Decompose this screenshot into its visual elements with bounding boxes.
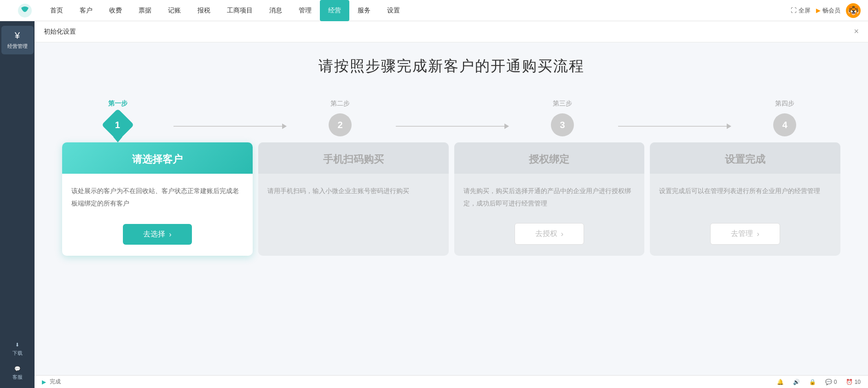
step2-label: 第二步	[330, 100, 350, 108]
download-icon: ⬇	[15, 342, 19, 348]
manage-btn-icon: ›	[757, 230, 759, 238]
card3-header: 授权绑定	[454, 142, 645, 174]
select-customer-button[interactable]: 去选择 ›	[123, 224, 191, 245]
card2-title: 手机扫码购买	[267, 153, 440, 166]
card3-desc: 请先购买，购买后选择开通的产品中的企业用户进行授权绑定，成功后即可进行经营管理	[463, 185, 636, 209]
card1-header: 请选择客户	[62, 142, 253, 174]
nav-item-经营[interactable]: 经营	[320, 0, 349, 21]
fullscreen-btn[interactable]: ⛶ 全屏	[791, 6, 810, 15]
connector-2	[396, 126, 507, 127]
card1-body: 该处展示的客户为不在回收站、客户状态正常建账后完成老板端绑定的所有客户 去选择 …	[62, 174, 253, 256]
step2-number: 2	[337, 120, 342, 130]
card-1: 请选择客户 该处展示的客户为不在回收站、客户状态正常建账后完成老板端绑定的所有客…	[62, 142, 253, 256]
avatar[interactable]: 🐯	[846, 3, 861, 18]
sidebar-item-management[interactable]: ¥ 经营管理	[1, 26, 34, 54]
sidebar: ¥ 经营管理 ⬇ 下载 💬 客服	[0, 21, 35, 388]
card1-desc: 该处展示的客户为不在回收站、客户状态正常建账后完成老板端绑定的所有客户	[71, 185, 243, 210]
step4-circle: 4	[773, 113, 796, 136]
page-header: 初始化设置 ×	[35, 21, 868, 42]
step2-circle: 2	[329, 113, 352, 136]
time-display: ⏰ 10	[846, 379, 861, 385]
card4-desc: 设置完成后可以在管理列表进行所有企业用户的经营管理	[659, 185, 831, 209]
step1-label: 第一步	[108, 100, 127, 108]
card1-btn-area: 去选择 ›	[71, 224, 243, 245]
arrow-3	[727, 123, 731, 129]
top-navigation: 首页客户收费票据记账报税工商项目消息管理经营服务设置 ⛶ 全屏 ▶ 畅会员 🐯	[0, 0, 868, 21]
steps-section: 第一步 1 第	[53, 100, 850, 256]
connector-3	[618, 126, 729, 127]
card3-btn-area: 去授权 ›	[463, 223, 636, 245]
card1-title: 请选择客户	[71, 153, 243, 166]
lock-icon[interactable]: 🔒	[809, 379, 816, 385]
nav-item-管理[interactable]: 管理	[290, 0, 320, 21]
play-btn[interactable]: ▶	[42, 379, 46, 385]
step-4-node: 第四步 4	[729, 100, 840, 136]
nav-item-客户[interactable]: 客户	[71, 0, 101, 21]
main-title: 请按照步骤完成新客户的开通购买流程	[53, 56, 850, 76]
nav-right: ⛶ 全屏 ▶ 畅会员 🐯	[791, 3, 861, 18]
card4-header: 设置完成	[650, 142, 840, 174]
card-2: 手机扫码购买 请用手机扫码，输入小微企业主账号密码进行购买	[258, 142, 449, 256]
nav-item-消息[interactable]: 消息	[261, 0, 290, 21]
card2-desc: 请用手机扫码，输入小微企业主账号密码进行购买	[267, 185, 440, 197]
step1-number: 1	[115, 120, 120, 130]
nav-item-票据[interactable]: 票据	[130, 0, 160, 21]
nav-item-服务[interactable]: 服务	[349, 0, 379, 21]
step3-label: 第三步	[553, 100, 572, 108]
step3-number: 3	[560, 120, 565, 130]
status-bar: ▶ 完成 🔔 🔊 🔒 💬 0 ⏰ 10	[35, 375, 868, 388]
step4-number: 4	[782, 120, 787, 130]
step-1-node: 第一步 1	[62, 100, 174, 142]
nav-items: 首页客户收费票据记账报税工商项目消息管理经营服务设置	[42, 0, 408, 21]
nav-item-收费[interactable]: 收费	[101, 0, 130, 21]
auth-btn-icon: ›	[561, 230, 563, 238]
notification-icon[interactable]: 🔔	[777, 379, 784, 385]
card2-body: 请用手机扫码，输入小微企业主账号密码进行购买	[258, 174, 449, 256]
manage-btn-label: 去管理	[731, 229, 753, 239]
nav-item-首页[interactable]: 首页	[42, 0, 71, 21]
page-title: 初始化设置	[44, 28, 76, 36]
nav-item-记账[interactable]: 记账	[160, 0, 189, 21]
sidebar-download[interactable]: ⬇ 下载	[1, 338, 34, 360]
card4-btn-area: 去管理 ›	[659, 223, 831, 245]
select-btn-icon: ›	[169, 230, 171, 239]
auth-btn-label: 去授权	[535, 229, 557, 239]
service-icon: 💬	[14, 366, 21, 372]
connector-1	[174, 126, 285, 127]
card2-header: 手机扫码购买	[258, 142, 449, 174]
sidebar-download-label: 下载	[12, 350, 23, 357]
card3-body: 请先购买，购买后选择开通的产品中的企业用户进行授权绑定，成功后即可进行经营管理 …	[454, 174, 645, 256]
authorize-button[interactable]: 去授权 ›	[515, 223, 584, 245]
volume-icon[interactable]: 🔊	[793, 379, 800, 385]
status-left: ▶ 完成	[42, 378, 61, 386]
step3-circle: 3	[551, 113, 574, 136]
card4-body: 设置完成后可以在管理列表进行所有企业用户的经营管理 去管理 ›	[650, 174, 840, 256]
logo	[7, 3, 42, 18]
member-btn[interactable]: ▶ 畅会员	[816, 6, 840, 15]
step4-label: 第四步	[775, 100, 794, 108]
card4-title: 设置完成	[659, 153, 831, 166]
done-label: 完成	[50, 378, 61, 386]
card-3: 授权绑定 请先购买，购买后选择开通的产品中的企业用户进行授权绑定，成功后即可进行…	[454, 142, 645, 256]
card-4: 设置完成 设置完成后可以在管理列表进行所有企业用户的经营管理 去管理 ›	[650, 142, 840, 256]
sidebar-item-label: 经营管理	[7, 43, 28, 50]
manage-button[interactable]: 去管理 ›	[710, 223, 780, 245]
arrow-1	[282, 123, 287, 129]
step-3-node: 第三步 3	[507, 100, 618, 136]
step1-diamond: 1	[101, 109, 134, 141]
nav-item-工商项目[interactable]: 工商项目	[219, 0, 261, 21]
yen-icon: ¥	[15, 30, 20, 41]
sidebar-service-label: 客服	[12, 374, 23, 381]
status-right: 🔔 🔊 🔒 💬 0 ⏰ 10	[777, 379, 861, 385]
sidebar-service[interactable]: 💬 客服	[1, 362, 34, 384]
message-count[interactable]: 💬 0	[825, 379, 837, 385]
cards-container: 请选择客户 该处展示的客户为不在回收站、客户状态正常建账后完成老板端绑定的所有客…	[62, 142, 840, 256]
select-btn-label: 去选择	[143, 229, 165, 239]
close-button[interactable]: ×	[854, 27, 859, 36]
nav-item-报税[interactable]: 报税	[189, 0, 219, 21]
nav-item-设置[interactable]: 设置	[379, 0, 408, 21]
step-2-node: 第二步 2	[284, 100, 396, 136]
content-area: 请按照步骤完成新客户的开通购买流程 第一步 1	[35, 42, 868, 375]
card3-title: 授权绑定	[463, 153, 636, 166]
arrow-2	[504, 123, 509, 129]
